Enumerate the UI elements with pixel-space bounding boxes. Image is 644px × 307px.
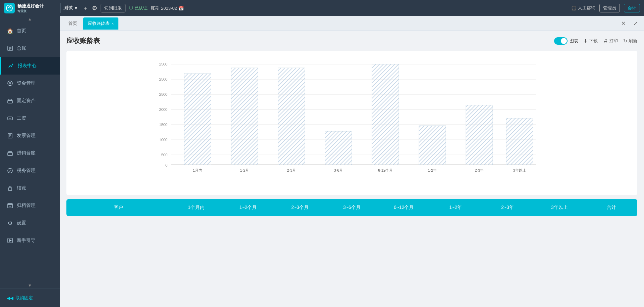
logo-sub: 专业版 bbox=[17, 9, 44, 13]
sidebar-item-inventory[interactable]: 进销台账 bbox=[0, 144, 60, 162]
sidebar-item-archive[interactable]: 归档管理 bbox=[0, 197, 60, 214]
table-header: 客户 1个月内 1~2个月 2~3个月 3~6个月 6~12个月 1~2年 2~… bbox=[66, 199, 637, 216]
add-button[interactable]: ＋ bbox=[83, 4, 89, 12]
period-label: 账期 bbox=[151, 5, 160, 11]
sidebar-label-guide: 新手引导 bbox=[17, 237, 36, 244]
download-button[interactable]: ⬇ 下载 bbox=[584, 38, 598, 44]
sidebar-item-invoice[interactable]: 发票管理 bbox=[0, 127, 60, 144]
unpin-button[interactable]: ◀◀ 取消固定 bbox=[0, 292, 60, 304]
refresh-icon: ↻ bbox=[623, 38, 627, 44]
reports-icon bbox=[8, 62, 14, 69]
sidebar-label-closing: 结账 bbox=[17, 185, 26, 191]
logo-main: 畅捷通好会计 bbox=[17, 3, 44, 9]
svg-text:1月内: 1月内 bbox=[193, 168, 202, 172]
page-header: 应收账龄表 图表 ⬇ 下载 🖨 打印 ↻ bbox=[66, 36, 637, 45]
svg-text:2500: 2500 bbox=[159, 77, 167, 81]
sidebar-label-salary: 工资 bbox=[17, 115, 26, 121]
tab-close-button[interactable]: ✕ bbox=[619, 19, 628, 28]
sidebar-item-salary[interactable]: 工资 bbox=[0, 109, 60, 127]
sidebar-label-settings: 设置 bbox=[17, 220, 26, 226]
table-header-6-12m: 6~12个月 bbox=[378, 199, 430, 216]
calendar-icon[interactable]: 📅 bbox=[178, 6, 184, 11]
main-layout: ▲ 🏠 首页 总账 报表中心 ¥ 资金 bbox=[0, 16, 644, 307]
tab-close-icon[interactable]: × bbox=[112, 21, 114, 26]
sidebar-item-home[interactable]: 🏠 首页 bbox=[0, 22, 60, 40]
svg-text:3-6月: 3-6月 bbox=[334, 168, 343, 172]
funds-icon: ¥ bbox=[7, 80, 13, 87]
sidebar: ▲ 🏠 首页 总账 报表中心 ¥ 资金 bbox=[0, 16, 60, 307]
refresh-button[interactable]: ↻ 刷新 bbox=[623, 38, 637, 44]
sidebar-nav: 🏠 首页 总账 报表中心 ¥ 资金管理 bbox=[0, 22, 60, 282]
sidebar-label-tax: 税务管理 bbox=[17, 168, 36, 174]
svg-point-0 bbox=[6, 5, 12, 11]
service-label: 人工咨询 bbox=[578, 5, 595, 11]
sidebar-item-ledger[interactable]: 总账 bbox=[0, 40, 60, 57]
download-icon: ⬇ bbox=[584, 38, 588, 44]
page-content: 应收账龄表 图表 ⬇ 下载 🖨 打印 ↻ bbox=[60, 31, 644, 307]
bar-1-2月 bbox=[231, 68, 258, 165]
tab-home[interactable]: 首页 bbox=[64, 17, 82, 30]
topbar-right: 🎧 人工咨询 管理员 会计 bbox=[571, 4, 640, 12]
chart-toggle[interactable] bbox=[554, 37, 568, 45]
switch-version-button[interactable]: 切到旧版 bbox=[101, 4, 125, 12]
pin-label: 取消固定 bbox=[15, 295, 33, 301]
bar-2-3月 bbox=[278, 68, 305, 165]
topbar: 畅捷通好会计 专业版 测试 ▾ ＋ ⚙ 切到旧版 🛡 已认证 账期 2023-0… bbox=[0, 0, 644, 16]
sidebar-item-assets[interactable]: 固定资产 bbox=[0, 92, 60, 109]
tab-bar: 首页 应收账龄表 × ✕ ⤢ bbox=[60, 16, 644, 31]
assets-icon bbox=[7, 97, 13, 104]
sidebar-item-closing[interactable]: 结账 bbox=[0, 179, 60, 197]
manager-role-button[interactable]: 管理员 bbox=[599, 4, 620, 12]
bar-2-3年 bbox=[466, 105, 493, 165]
tab-bar-actions: ✕ ⤢ bbox=[619, 19, 640, 28]
sidebar-item-settings[interactable]: ⚙ 设置 bbox=[0, 214, 60, 232]
chart-container: 2500 2500 2500 2000 1500 1000 500 0 bbox=[66, 51, 637, 195]
period-value: 2023-02 bbox=[161, 6, 177, 11]
chevron-down-icon: ▾ bbox=[75, 5, 77, 11]
svg-text:0: 0 bbox=[165, 163, 167, 167]
certified-badge: 🛡 已认证 bbox=[129, 5, 148, 11]
workspace-name: 测试 bbox=[63, 5, 73, 11]
sidebar-label-inventory: 进销台账 bbox=[17, 150, 36, 156]
svg-text:2-3年: 2-3年 bbox=[475, 168, 484, 172]
print-button[interactable]: 🖨 打印 bbox=[603, 38, 618, 44]
sidebar-item-funds[interactable]: ¥ 资金管理 bbox=[0, 75, 60, 92]
sidebar-scroll-down[interactable]: ▼ bbox=[0, 282, 60, 289]
svg-marker-24 bbox=[9, 239, 12, 242]
table-container: 客户 1个月内 1~2个月 2~3个月 3~6个月 6~12个月 1~2年 2~… bbox=[66, 199, 637, 216]
tax-icon bbox=[7, 167, 13, 174]
accountant-role-button[interactable]: 会计 bbox=[624, 4, 640, 12]
tab-expand-button[interactable]: ⤢ bbox=[631, 19, 640, 28]
download-label: 下载 bbox=[589, 38, 598, 44]
svg-rect-9 bbox=[9, 99, 11, 101]
table-header-1m: 1个月内 bbox=[170, 199, 222, 216]
page-title: 应收账龄表 bbox=[66, 36, 100, 45]
closing-icon bbox=[7, 185, 13, 191]
svg-text:3年以上: 3年以上 bbox=[513, 168, 526, 172]
table-header-1-2y: 1~2年 bbox=[430, 199, 482, 216]
inventory-icon bbox=[7, 150, 13, 157]
logo-text: 畅捷通好会计 专业版 bbox=[17, 3, 44, 13]
salary-icon bbox=[7, 115, 13, 122]
topbar-divider bbox=[60, 3, 61, 13]
bar-3-6月 bbox=[325, 131, 352, 165]
sidebar-scroll-up[interactable]: ▲ bbox=[0, 16, 60, 22]
settings-icon[interactable]: ⚙ bbox=[92, 4, 97, 12]
svg-text:1-2年: 1-2年 bbox=[428, 168, 437, 172]
guide-icon bbox=[7, 237, 13, 244]
archive-icon bbox=[7, 202, 13, 209]
svg-rect-16 bbox=[8, 152, 12, 156]
workspace-selector[interactable]: 测试 ▾ bbox=[63, 5, 77, 11]
bar-3年以上 bbox=[506, 118, 533, 165]
table-header-total: 合计 bbox=[585, 199, 637, 216]
sidebar-item-reports[interactable]: 报表中心 bbox=[0, 57, 60, 75]
sidebar-item-guide[interactable]: 新手引导 bbox=[0, 232, 60, 249]
svg-text:1-2月: 1-2月 bbox=[240, 168, 249, 172]
bar-1月内 bbox=[184, 74, 211, 165]
service-button[interactable]: 🎧 人工咨询 bbox=[571, 5, 595, 11]
sidebar-item-tax[interactable]: 税务管理 bbox=[0, 162, 60, 179]
svg-text:500: 500 bbox=[161, 153, 167, 157]
sidebar-label-assets: 固定资产 bbox=[17, 98, 36, 104]
tab-aging-report[interactable]: 应收账龄表 × bbox=[83, 17, 118, 30]
page-actions: 图表 ⬇ 下载 🖨 打印 ↻ 刷新 bbox=[554, 37, 637, 45]
